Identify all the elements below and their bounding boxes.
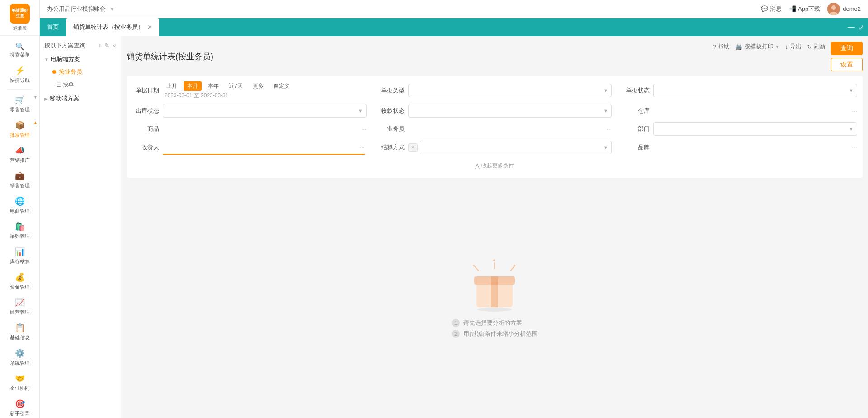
sidebar-item-cooperation[interactable]: 🤝 企业协同 — [0, 370, 39, 395]
query-button[interactable]: 查询 — [831, 42, 863, 55]
sidebar-item-system[interactable]: ⚙️ 系统管理 — [0, 345, 39, 370]
tab-home[interactable]: 首页 — [40, 18, 66, 36]
sidebar-item-marketing[interactable]: 📣 营销推广 — [0, 142, 39, 167]
sidebar-item-finance[interactable]: 💰 资金管理 — [0, 269, 39, 294]
out-status-select[interactable] — [163, 104, 367, 118]
left-panel-title: 按以下方案查询 — [44, 42, 85, 50]
finance-label: 资金管理 — [10, 284, 30, 290]
desktop-group-toggle[interactable]: ▼ 电脑端方案 — [40, 53, 121, 65]
brand-dots-btn[interactable]: ··· — [852, 144, 857, 151]
collapse-panel-button[interactable]: « — [113, 42, 116, 49]
left-panel-actions: + ✎ « — [98, 42, 116, 49]
salesperson-dots-btn[interactable]: ··· — [607, 125, 612, 133]
scheme-sub-order[interactable]: ☰ 按单 — [40, 79, 121, 91]
page-action-area: ? 帮助 🖨️ 按模板打印 ▼ ↓ 导出 ↻ — [712, 42, 863, 71]
empty-hints: 1 请先选择要分析的方案 2 用[过滤]条件来缩小分析范围 — [452, 319, 537, 338]
purchase-label: 采购管理 — [10, 233, 30, 240]
doc-type-select[interactable] — [408, 84, 612, 97]
refresh-icon: ↻ — [807, 43, 812, 50]
doc-type-field: 单据类型 ▼ — [377, 84, 612, 97]
add-scheme-button[interactable]: + — [98, 42, 102, 49]
breadcrumb: 办公用品行业模拟账套 — [47, 5, 106, 13]
brand-label: 品牌 — [623, 143, 650, 152]
left-panel-header: 按以下方案查询 + ✎ « — [40, 40, 121, 53]
sidebar-search-item[interactable]: 🔍 搜索菜单 — [0, 38, 39, 62]
cooperation-label: 企业协同 — [10, 385, 30, 392]
sidebar-item-purchase[interactable]: 🛍️ 采购管理 — [0, 218, 39, 243]
page-title: 销货单统计表(按业务员) — [127, 51, 213, 62]
scheme-salesperson-label: 按业务员 — [59, 68, 82, 76]
settlement-tag-close[interactable]: × — [411, 144, 415, 151]
department-select[interactable] — [653, 122, 857, 136]
empty-illustration: ✦ ✦ ✦ — [467, 257, 522, 312]
help-label: 帮助 — [718, 43, 730, 51]
svg-point-1 — [831, 5, 836, 10]
sidebar-item-retail[interactable]: 🛒 零售管理 ▼ — [0, 91, 39, 117]
print-button[interactable]: 🖨️ 按模板打印 ▼ — [735, 43, 780, 51]
sidebar-item-basic[interactable]: 📋 基础信息 — [0, 319, 39, 345]
tab-minimize-button[interactable]: — — [848, 23, 855, 31]
receiver-input[interactable] — [163, 140, 358, 154]
msg-button[interactable]: 💬 消息 — [761, 5, 782, 13]
app-download-label: App下载 — [798, 5, 820, 13]
date-more-btn[interactable]: 更多 — [249, 81, 267, 91]
help-button[interactable]: ? 帮助 — [712, 43, 729, 51]
right-panel: 销货单统计表(按业务员) ? 帮助 🖨️ 按模板打印 ▼ ↓ — [121, 36, 868, 418]
date-custom-btn[interactable]: 自定义 — [270, 81, 293, 91]
sidebar-item-wholesale[interactable]: 📦 批发管理 ▲ — [0, 117, 39, 142]
wholesale-label: 批发管理 — [10, 132, 30, 138]
hint-text-1: 请先选择要分析的方案 — [463, 319, 522, 327]
date-last-month-btn[interactable]: 上月 — [163, 81, 181, 91]
doc-status-select[interactable] — [653, 84, 857, 97]
sidebar-item-ecommerce[interactable]: 🌐 电商管理 — [0, 193, 39, 218]
tab-maximize-button[interactable]: ⤢ — [859, 23, 864, 32]
scheme-item-salesperson[interactable]: 按业务员 — [40, 65, 121, 79]
doc-type-label: 单据类型 — [377, 86, 405, 95]
receipt-status-field: 收款状态 ▼ — [377, 104, 612, 118]
salesperson-field: 业务员 ··· — [377, 125, 612, 133]
receipt-status-select[interactable] — [408, 104, 612, 118]
refresh-label: 刷新 — [814, 43, 826, 51]
sidebar-item-sales[interactable]: 💼 销售管理 — [0, 167, 39, 193]
sidebar-item-inventory[interactable]: 📊 库存核算 — [0, 243, 39, 269]
receiver-dots-btn[interactable]: ··· — [359, 143, 365, 151]
mobile-group-toggle[interactable]: ▶ 移动端方案 — [40, 93, 121, 104]
date-7days-btn[interactable]: 近7天 — [225, 81, 246, 91]
setting-button[interactable]: 设置 — [831, 58, 863, 71]
shortcut-nav-item[interactable]: ⚡ 快捷导航 — [0, 62, 39, 87]
settlement-input-area: × ▼ — [408, 141, 612, 154]
collapse-button[interactable]: ⋀ 收起更多条件 — [475, 162, 514, 170]
filter-row-1: 单据日期 上月 本月 本年 近7天 更多 自定义 2023-03-01 至 20… — [132, 81, 857, 100]
sidebar: 畅捷通好生意 标准版 🔍 搜索菜单 ⚡ 快捷导航 🛒 零售管理 ▼ 📦 批发管理… — [0, 0, 40, 418]
tab-close-button[interactable]: ✕ — [147, 24, 152, 30]
username-label: demo2 — [843, 5, 861, 12]
user-menu[interactable]: demo2 — [827, 3, 861, 15]
settlement-select[interactable] — [420, 141, 612, 154]
sidebar-item-business[interactable]: 📈 经营管理 — [0, 294, 39, 319]
inventory-label: 库存核算 — [10, 258, 30, 265]
warehouse-dots-btn[interactable]: ··· — [852, 107, 857, 114]
basic-icon: 📋 — [15, 323, 25, 333]
tab-report[interactable]: 销货单统计表（按业务员） ✕ — [66, 18, 159, 36]
edit-scheme-button[interactable]: ✎ — [104, 42, 110, 49]
goods-field: 商品 ··· — [132, 125, 367, 133]
doc-type-wrap: ▼ — [408, 84, 612, 97]
goods-dots-btn[interactable]: ··· — [361, 125, 367, 133]
breadcrumb-arrow: ▼ — [109, 6, 115, 12]
svg-point-7 — [477, 307, 512, 312]
shortcut-icon: ⚡ — [15, 66, 25, 76]
date-this-month-btn[interactable]: 本月 — [184, 81, 202, 91]
out-status-label: 出库状态 — [132, 107, 159, 115]
basic-label: 基础信息 — [10, 334, 30, 341]
help-icon: ? — [712, 43, 716, 50]
system-icon: ⚙️ — [15, 348, 25, 358]
sidebar-item-newbie[interactable]: 🎯 新手引导 — [0, 395, 39, 418]
app-download-button[interactable]: 📲 App下载 — [789, 5, 820, 13]
refresh-button[interactable]: ↻ 刷新 — [807, 43, 826, 51]
system-label: 系统管理 — [10, 360, 30, 366]
msg-icon: 💬 — [761, 5, 768, 12]
marketing-label: 营销推广 — [10, 157, 30, 164]
date-this-year-btn[interactable]: 本年 — [204, 81, 222, 91]
goods-input-area: ··· — [163, 125, 367, 133]
export-button[interactable]: ↓ 导出 — [785, 43, 802, 51]
